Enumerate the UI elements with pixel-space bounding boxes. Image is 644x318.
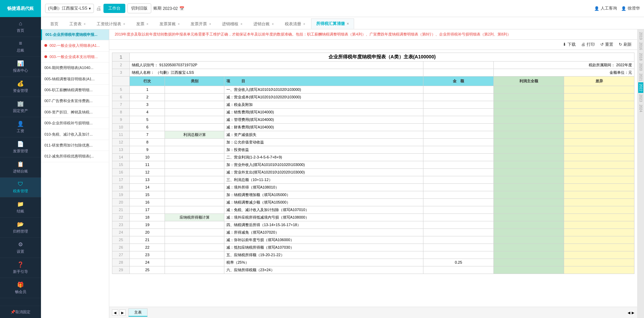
table-row: 9 5 减：管理费用(填写A104000) xyxy=(112,116,634,123)
sidebar-item-home[interactable]: ⌂ 首页 xyxy=(0,17,41,37)
workbench-button[interactable]: 工作台 xyxy=(103,4,125,13)
reset-button[interactable]: ↺ 重置 xyxy=(600,42,613,47)
refresh-icon: ↻ xyxy=(619,42,622,47)
error-dot-icon xyxy=(44,55,47,58)
scroll-left-icon[interactable]: ◀ xyxy=(628,311,630,315)
table-row: 12 8 加：公允价值变动收益 xyxy=(112,138,634,146)
left-panel-item-006[interactable]: 006-职工薪酬纳税调整明细... xyxy=(41,85,109,96)
tab-close-icon[interactable]: × xyxy=(272,22,274,26)
year-2021[interactable]: 2021 xyxy=(638,72,643,82)
sidebar-item-assets[interactable]: 🏢 固定资产 xyxy=(0,97,41,117)
tab-tax-clear[interactable]: 税表清册 × xyxy=(280,19,310,29)
left-panel-item-009[interactable]: 009-企业所得税补亏损明细... xyxy=(41,118,109,129)
sidebar-item-reports[interactable]: 📊 报表中心 xyxy=(0,57,41,77)
sidebar-item-tax[interactable]: 🛡 税务管理 xyxy=(0,178,41,197)
tab-invoice[interactable]: 发票 × xyxy=(131,19,154,29)
header-right: 👤 人工客询 👤 徐澄华 xyxy=(594,5,640,11)
tab-home[interactable]: 首页 xyxy=(45,19,64,29)
cut-version-button[interactable]: 切到旧版 xyxy=(127,3,151,13)
prev-sheet-button[interactable]: ◀ xyxy=(112,309,118,316)
left-panel-item-010[interactable]: 010-免税、减计收入及加计... xyxy=(41,129,109,140)
header-left: (勾删）江西服宝-LSS ▾ 🖨 工作台 切到旧版 账期 2023-02 📅 xyxy=(45,3,184,13)
col-header-a: 行次 xyxy=(130,76,165,86)
tab-invoice-calc[interactable]: 发票算账 × xyxy=(154,19,185,29)
table-row: 7 3 减：税金及附加 xyxy=(112,101,634,108)
sidebar-item-settings[interactable]: ⚙ 设置 xyxy=(0,238,41,258)
tab-sales-ledger[interactable]: 进销台账 × xyxy=(248,19,279,29)
table-row: 13 9 加：投资收益 xyxy=(112,146,634,153)
year-2016[interactable]: 2016 xyxy=(638,41,643,51)
sidebar-item-guide[interactable]: ❓ 新手引导 xyxy=(0,258,41,278)
tab-close-icon[interactable]: × xyxy=(209,22,211,26)
refresh-button[interactable]: ↻ 刷新 xyxy=(619,42,632,47)
tab-close-icon[interactable]: × xyxy=(123,22,125,26)
payroll-icon: 👤 xyxy=(17,121,24,127)
left-panel-item-011[interactable]: 011-研发费用加计扣除优惠... xyxy=(41,140,109,151)
tab-close-icon[interactable]: × xyxy=(178,22,180,26)
tab-income-tax[interactable]: 所得税汇算清缴 × xyxy=(311,18,354,29)
table-row: 15 11 加：营业外收入(填写A101010\101020\103000) xyxy=(112,161,634,168)
print-icon: 🖨 xyxy=(581,42,585,47)
sidebar-item-invoice[interactable]: 📄 发票管理 xyxy=(0,137,41,157)
pin-label: 取消固定 xyxy=(15,309,30,315)
reset-icon: ↺ xyxy=(600,42,604,47)
user-info[interactable]: 👤 徐澄华 xyxy=(621,5,640,11)
tab-close-icon[interactable]: × xyxy=(347,22,349,26)
left-panel-item-004[interactable]: 004-期间费用明细表(A1040... xyxy=(41,63,109,73)
tab-invoice-open[interactable]: 发票开票 × xyxy=(185,19,216,29)
period-display: 账期 2023-02 📅 xyxy=(153,5,184,11)
ledger-icon: ≡ xyxy=(19,40,22,46)
print-button[interactable]: 🖨 打印 xyxy=(581,42,595,47)
year-2020[interactable]: 2020 xyxy=(638,62,643,72)
download-button[interactable]: ⬇ 下载 xyxy=(563,42,576,47)
table-row: 18 14 减：境外所得（填写A108010） xyxy=(112,183,634,191)
refresh-label: 刷新 xyxy=(624,42,632,47)
tab-payroll[interactable]: 工资表 × xyxy=(64,19,91,29)
calendar-icon: 📅 xyxy=(179,6,184,11)
sidebar-item-ledger[interactable]: ≡ 总账 xyxy=(0,37,41,57)
service-button[interactable]: 👤 人工客询 xyxy=(594,5,617,11)
left-panel-item-001[interactable]: 001-企业所得税年度纳税申报... xyxy=(41,29,109,40)
next-sheet-button[interactable]: ▶ xyxy=(120,309,126,316)
reset-label: 重置 xyxy=(605,42,613,47)
tab-close-icon[interactable]: × xyxy=(146,22,149,26)
year-2018[interactable]: 2018 xyxy=(638,52,643,62)
sidebar-item-sales[interactable]: 📋 进销台账 xyxy=(0,157,41,178)
year-2022[interactable]: 2022 xyxy=(638,82,643,93)
sidebar-item-member[interactable]: 🎁 畅会员 xyxy=(0,278,41,298)
sidebar-item-archive[interactable]: 📂 归档管理 xyxy=(0,218,41,238)
sidebar-item-finance[interactable]: 💰 资金管理 xyxy=(0,77,41,97)
tab-close-icon[interactable]: × xyxy=(240,22,242,26)
tab-close-icon[interactable]: × xyxy=(84,22,86,26)
period-value: 2023-02 xyxy=(163,6,178,11)
sidebar-item-payroll[interactable]: 👤 工资 xyxy=(0,117,41,137)
col-header-f: 差异 xyxy=(564,76,634,86)
company-selector[interactable]: (勾删）江西服宝-LSS ▾ xyxy=(45,4,94,13)
scroll-right-icon[interactable]: ▶ xyxy=(632,311,634,315)
sidebar-nav: ⌂ 首页 ≡ 总账 📊 报表中心 💰 资金管理 🏢 固定资产 👤 工资 xyxy=(0,17,41,306)
left-panel-item-012[interactable]: 012-减免所得税优惠明细表(... xyxy=(41,151,109,162)
sidebar-pin-toggle[interactable]: 📌 取消固定 xyxy=(0,306,41,318)
sheet-tab-main[interactable]: 主表 xyxy=(128,308,148,317)
year-2023[interactable]: 2023 xyxy=(638,93,643,103)
tax-period-value: 2022年度 xyxy=(616,63,632,67)
tab-close-icon[interactable]: × xyxy=(303,22,305,26)
sidebar-item-close[interactable]: 📁 结账 xyxy=(0,197,41,218)
left-panel-item-003[interactable]: 003-一般企业成本支出明细... xyxy=(41,52,109,63)
tab-payroll-stats[interactable]: 工资统计报表 × xyxy=(92,19,130,29)
left-panel-item-002[interactable]: 002-一般企业收入明细表(A1... xyxy=(41,40,109,51)
item-label: 002-一般企业收入明细表(A1... xyxy=(50,43,100,47)
left-panel-item-005[interactable]: 005-纳税调整项目明细表(A1... xyxy=(41,74,109,85)
table-container[interactable]: 1 企业所得税年度纳税申报表（A类）主表(A100000) 2 纳税人识别号： … xyxy=(109,50,637,307)
right-content: 2019年度步及取以前年度结转数据的申报表单元格需要手工维护正确，才能保证本年及… xyxy=(109,29,637,318)
year-2019[interactable]: 2019 xyxy=(638,31,643,41)
tab-label: 所得税汇算清缴 xyxy=(316,21,345,27)
row-num xyxy=(112,76,130,86)
year-2024[interactable]: 2024 xyxy=(638,103,643,113)
left-panel-item-008[interactable]: 008-资产折旧、摊销及纳税... xyxy=(41,107,109,118)
table-row: 17 13 三、利润总额（10+11-12） xyxy=(112,176,634,183)
tab-sales-audit[interactable]: 进销稽核 × xyxy=(217,19,248,29)
sidebar-item-label: 进销台账 xyxy=(13,169,28,174)
left-panel-item-007[interactable]: 007-广告费和业务宣传费跑... xyxy=(41,96,109,107)
table-row: 16 12 减：营业外支出(填写A102010\102020\103000) xyxy=(112,168,634,176)
